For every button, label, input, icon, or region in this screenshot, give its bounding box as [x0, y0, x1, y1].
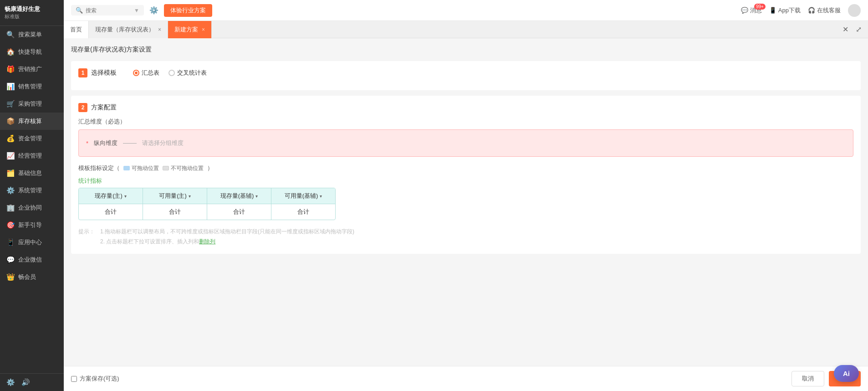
step2-title: 方案配置	[91, 103, 117, 112]
save-checkbox[interactable]	[71, 376, 77, 382]
tabs-bar: 首页 现存量（库存状况表） × 新建方案 × ✕ ⤢	[64, 21, 868, 38]
tab-home[interactable]: 首页	[64, 21, 89, 38]
tips-section: 提示： 1.拖动标题栏可以调整布局，不可跨维度或指标区域拖动栏目字段(只能在同一…	[78, 227, 853, 247]
dimension-separator	[123, 143, 137, 144]
indicator-settings-label: 模板指标设定（ 可拖动位置 不可拖动位置 ）	[78, 164, 853, 172]
sidebar-item-marketing[interactable]: 🎁 营销推广	[0, 61, 64, 78]
sidebar-item-label: 经营管理	[18, 152, 42, 160]
phone-download-icon: 📱	[769, 7, 776, 14]
stat-footer-1: 合计	[79, 204, 143, 220]
tab-inventory-close[interactable]: ×	[158, 26, 161, 33]
app-download-label: App下载	[778, 6, 801, 15]
stat-header-3-label: 现存量(基辅)	[220, 192, 254, 200]
folder-icon: 🗂️	[6, 169, 15, 177]
step2-header: 2 方案配置	[78, 103, 853, 112]
ai-fab-button[interactable]: Ai	[834, 365, 859, 382]
topbar-gear-icon[interactable]: ⚙️	[149, 6, 158, 15]
stat-table-header-row: 现存量(主) ▾ 合计 可用量(主) ▾ 合计	[79, 188, 335, 220]
step1-badge: 1	[78, 68, 87, 77]
stat-table: 现存量(主) ▾ 合计 可用量(主) ▾ 合计	[78, 188, 336, 220]
stat-section-label: 统计指标	[78, 177, 853, 185]
online-service-button[interactable]: 🎧 在线客服	[808, 6, 841, 15]
sidebar-item-label: 采购管理	[18, 100, 42, 108]
sidebar-item-label: 应用中心	[18, 238, 42, 247]
settings-icon[interactable]: ⚙️	[6, 378, 15, 386]
sidebar-item-new-guide[interactable]: 🎯 新手引导	[0, 216, 64, 234]
cart-icon: 🛒	[6, 100, 15, 108]
sidebar-item-app-center[interactable]: 📱 应用中心	[0, 234, 64, 251]
search-input[interactable]	[86, 7, 131, 14]
step1-section: 1 选择模板 汇总表 交叉统计表	[71, 61, 861, 90]
chevron-down-icon-3: ▾	[255, 194, 258, 199]
stat-col-4: 可用量(基辅) ▾ 合计	[271, 188, 335, 220]
tab-new-plan-close[interactable]: ×	[202, 26, 205, 33]
sidebar-item-purchase[interactable]: 🛒 采购管理	[0, 95, 64, 113]
sidebar-item-wechat[interactable]: 💬 企业微信	[0, 251, 64, 268]
radio-cross[interactable]: 交叉统计表	[168, 69, 207, 77]
content-area: 现存量(库存状况表)方案设置 1 选择模板 汇总表 交叉统计表	[64, 38, 868, 366]
window-close-button[interactable]: ✕	[840, 24, 851, 35]
tab-home-label: 首页	[70, 26, 82, 34]
chart-icon: 📊	[6, 82, 15, 91]
tab-inventory-label: 现存量（库存状况表）	[95, 26, 154, 34]
sidebar-item-label: 销售管理	[18, 82, 42, 91]
delete-col-link[interactable]: 删除列	[199, 238, 215, 245]
chevron-down-icon-1: ▾	[124, 194, 127, 199]
dimension-name: 纵向维度	[94, 139, 117, 147]
radio-summary-circle	[133, 70, 139, 76]
stat-footer-4: 合计	[271, 204, 335, 220]
gift-icon: 🎁	[6, 65, 15, 73]
user-avatar[interactable]	[848, 4, 861, 17]
app-download-button[interactable]: 📱 App下载	[769, 6, 801, 15]
ai-fab-label: Ai	[843, 370, 850, 377]
stat-header-1[interactable]: 现存量(主) ▾	[79, 188, 143, 204]
sidebar-item-finance[interactable]: 💰 资金管理	[0, 130, 64, 147]
step2-badge: 2	[78, 103, 87, 112]
sidebar-item-inventory[interactable]: 📦 库存核算	[0, 113, 64, 130]
gear-icon: ⚙️	[6, 186, 15, 195]
tip-1: 提示： 1.拖动标题栏可以调整布局，不可跨维度或指标区域拖动栏目字段(只能在同一…	[78, 227, 853, 237]
tab-new-plan-label: 新建方案	[174, 26, 198, 34]
headset-icon: 🎧	[808, 7, 815, 14]
home-icon: 🏠	[6, 48, 15, 56]
cancel-button[interactable]: 取消	[791, 371, 824, 386]
tab-new-plan[interactable]: 新建方案 ×	[168, 21, 212, 38]
footer: 方案保存(可选) 取消 查询	[64, 366, 868, 391]
footer-save-option: 方案保存(可选)	[71, 375, 119, 383]
stat-header-4[interactable]: 可用量(基辅) ▾	[271, 188, 335, 204]
sidebar-item-label: 基础信息	[18, 169, 42, 177]
step1-title: 选择模板	[91, 69, 117, 77]
audio-icon[interactable]: 🔊	[21, 378, 30, 386]
window-expand-button[interactable]: ⤢	[853, 24, 864, 35]
messages-button[interactable]: 💬 消息 99+	[741, 6, 762, 15]
box-icon: 📦	[6, 117, 15, 125]
sidebar-bottom: ⚙️ 🔊	[0, 373, 64, 391]
save-label[interactable]: 方案保存(可选)	[80, 375, 119, 383]
dimension-box[interactable]: * 纵向维度 请选择分组维度	[78, 129, 853, 157]
sidebar-item-system[interactable]: ⚙️ 系统管理	[0, 182, 64, 199]
target-icon: 🎯	[6, 221, 15, 229]
search-icon: 🔍	[76, 7, 83, 14]
sidebar-item-quick-nav[interactable]: 🏠 快捷导航	[0, 43, 64, 61]
tab-inventory[interactable]: 现存量（库存状况表） ×	[89, 21, 168, 38]
indicator-label-suffix: ）	[207, 164, 213, 172]
sidebar-item-enterprise[interactable]: 🏢 企业协同	[0, 199, 64, 216]
sidebar-item-search[interactable]: 🔍 搜索菜单	[0, 26, 64, 43]
sidebar-item-basic-info[interactable]: 🗂️ 基础信息	[0, 165, 64, 182]
sidebar-item-label: 快捷导航	[18, 48, 42, 56]
chevron-down-icon-4: ▾	[320, 194, 322, 199]
sidebar-item-label: 新手引导	[18, 221, 42, 229]
trial-button[interactable]: 体验行业方案	[164, 4, 212, 17]
legend-non-draggable: 不可拖动位置	[163, 165, 204, 172]
search-box[interactable]: 🔍 ▼	[71, 5, 144, 15]
sidebar-item-sales[interactable]: 📊 销售管理	[0, 78, 64, 95]
stat-header-3[interactable]: 现存量(基辅) ▾	[207, 188, 271, 204]
template-radio-group: 汇总表 交叉统计表	[133, 69, 207, 77]
sidebar-item-label: 搜索菜单	[18, 31, 42, 39]
radio-summary[interactable]: 汇总表	[133, 69, 159, 77]
phone-icon: 📱	[6, 238, 15, 247]
sidebar-item-label: 企业微信	[18, 256, 42, 264]
sidebar-item-management[interactable]: 📈 经营管理	[0, 147, 64, 165]
stat-header-2[interactable]: 可用量(主) ▾	[143, 188, 207, 204]
sidebar-item-member[interactable]: 👑 畅会员	[0, 268, 64, 286]
